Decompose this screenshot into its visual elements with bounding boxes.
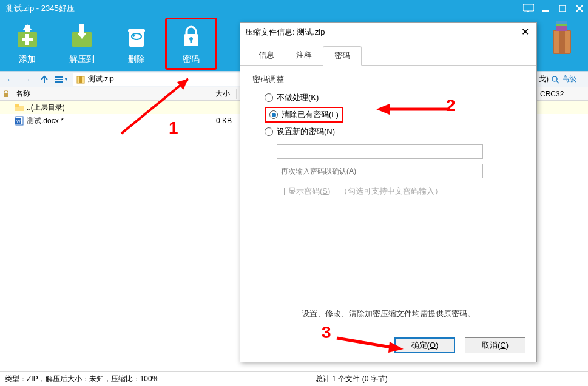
confirm-password-input[interactable] [277, 164, 483, 178]
archive-info-dialog: 压缩文件信息: 测试.zip ✕ 信息 注释 密码 密码调整 不做处理(K) 清… [240, 22, 537, 362]
search-icon[interactable] [551, 75, 559, 84]
svg-rect-33 [556, 26, 567, 31]
svg-rect-18 [191, 39, 192, 43]
svg-rect-7 [22, 38, 33, 41]
col-name[interactable]: 名称 [12, 89, 188, 99]
view-mode-button[interactable]: ▾ [53, 73, 69, 86]
status-center: 总计 1 个文件 (0 字节) [316, 374, 388, 384]
extract-label: 解压到 [69, 54, 95, 65]
file-name: ..(上层目录) [27, 103, 189, 113]
svg-text:W: W [16, 119, 21, 123]
nav-up-button[interactable] [36, 73, 52, 86]
svg-rect-11 [79, 24, 84, 34]
add-button[interactable]: 添加 [0, 16, 55, 71]
path-bar-right-peek: 戈) 高级 [536, 71, 588, 87]
dialog-tabs: 信息 注释 密码 [240, 41, 536, 66]
toolbar-right-peek [536, 16, 588, 71]
minimize-button[interactable] [538, 1, 553, 16]
advanced-link[interactable]: 高级 [562, 74, 576, 84]
archive-icon [76, 75, 86, 84]
show-password-checkbox[interactable]: 显示密码(S) （勾选可支持中文密码输入） [277, 186, 524, 197]
delete-button[interactable]: 删除 [109, 16, 164, 71]
extract-button[interactable]: 解压到 [55, 16, 109, 71]
close-button[interactable] [572, 1, 587, 16]
new-password-input[interactable] [277, 144, 483, 159]
password-fieldset: 密码调整 不做处理(K) 清除已有密码(L) 设置新的密码(N) 显示密码(S)… [252, 74, 524, 197]
dialog-close-button[interactable]: ✕ [519, 26, 532, 38]
svg-rect-2 [559, 5, 566, 12]
nav-forward-button[interactable]: → [19, 73, 35, 86]
status-left: 类型：ZIP，解压后大小：未知，压缩比：100% [5, 374, 158, 384]
col-crc[interactable]: CRC32 [536, 87, 588, 101]
rar-icon [544, 21, 581, 58]
svg-rect-13 [129, 30, 144, 47]
svg-rect-32 [559, 31, 565, 53]
svg-point-36 [552, 76, 557, 81]
chat-icon[interactable] [521, 1, 536, 16]
svg-rect-14 [128, 29, 145, 32]
nav-back-button[interactable]: ← [2, 73, 18, 86]
radio-icon [265, 93, 273, 102]
password-label: 密码 [183, 54, 200, 65]
docx-icon: W [15, 116, 24, 126]
trash-icon [123, 22, 150, 50]
radio-set-password[interactable]: 设置新的密码(N) [265, 124, 524, 140]
svg-rect-34 [556, 24, 567, 26]
svg-rect-24 [4, 93, 8, 97]
titlebar: 测试.zip - 2345好压 [0, 0, 588, 16]
tab-info[interactable]: 信息 [248, 46, 285, 65]
delete-label: 删除 [128, 54, 145, 65]
ok-button[interactable]: 确定(O) [394, 337, 455, 353]
radio-no-action[interactable]: 不做处理(K) [265, 90, 524, 106]
maximize-button[interactable] [555, 1, 570, 16]
fieldset-legend: 密码调整 [252, 74, 524, 85]
dialog-note: 设置、修改、清除加密压缩文件均需提供原密码。 [240, 308, 536, 319]
svg-rect-23 [79, 76, 82, 83]
dialog-titlebar: 压缩文件信息: 测试.zip ✕ [240, 23, 536, 41]
window-title: 测试.zip - 2345好压 [6, 3, 75, 14]
path-text: 测试.zip [88, 74, 114, 84]
dialog-title: 压缩文件信息: 测试.zip [245, 27, 325, 38]
file-name: 测试.docx * [27, 116, 189, 126]
add-label: 添加 [19, 54, 36, 65]
extract-icon [69, 22, 95, 50]
col-size[interactable]: 大小 [188, 89, 237, 99]
col-lock[interactable] [0, 90, 12, 98]
svg-line-37 [556, 81, 559, 83]
tab-password[interactable]: 密码 [323, 46, 362, 66]
lock-icon [179, 22, 203, 50]
radio-icon [269, 110, 278, 119]
checkbox-icon [277, 188, 285, 195]
tab-comment[interactable]: 注释 [285, 46, 323, 65]
svg-rect-26 [15, 104, 19, 107]
add-icon [14, 22, 41, 50]
status-bar: 类型：ZIP，解压后大小：未知，压缩比：100% 总计 1 个文件 (0 字节) [0, 371, 588, 386]
radio-clear-password[interactable]: 清除已有密码(L) [265, 107, 343, 123]
svg-rect-0 [523, 4, 534, 11]
password-button[interactable]: 密码 [165, 18, 217, 70]
folder-icon [15, 103, 24, 112]
svg-rect-35 [556, 21, 567, 24]
radio-icon [265, 127, 273, 136]
svg-marker-9 [22, 24, 32, 30]
cancel-button[interactable]: 取消(C) [465, 337, 525, 353]
